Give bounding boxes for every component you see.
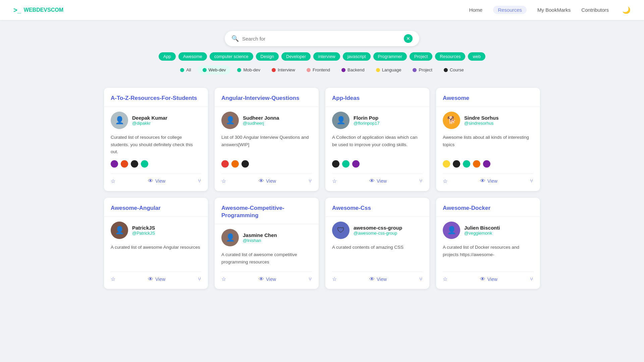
- filter-all[interactable]: All: [175, 65, 196, 74]
- author-handle[interactable]: @PatrickJS: [132, 231, 155, 236]
- language-dot: [352, 160, 360, 168]
- fork-icon: ⑂: [530, 178, 533, 184]
- star-button[interactable]: ☆: [111, 276, 115, 282]
- card-dots: [111, 160, 201, 168]
- card-title[interactable]: Awesome-Docker: [443, 204, 533, 212]
- dark-mode-toggle[interactable]: 🌙: [622, 6, 631, 14]
- filter-dot: [307, 68, 311, 72]
- nav-bookmarks[interactable]: My BookMarks: [537, 7, 571, 13]
- author-handle[interactable]: @sindresorhus: [464, 121, 499, 126]
- fork-button[interactable]: ⑂: [309, 276, 312, 282]
- fork-button[interactable]: ⑂: [309, 178, 312, 184]
- fork-button[interactable]: ⑂: [419, 276, 423, 282]
- language-dot: [141, 160, 148, 168]
- card-title[interactable]: Awesome: [443, 95, 533, 102]
- avatar: 👤: [111, 112, 128, 129]
- card-title[interactable]: Awesome-Angular: [111, 204, 201, 212]
- star-button[interactable]: ☆: [111, 178, 115, 184]
- tag-resources[interactable]: Resources: [435, 52, 465, 61]
- filter-frontend[interactable]: Frontend: [302, 65, 335, 74]
- card-4: Awesome-Angular👤PatrickJS@PatrickJSA cur…: [104, 198, 208, 289]
- tag-web[interactable]: web: [468, 52, 485, 61]
- star-icon: ☆: [332, 276, 337, 282]
- view-button[interactable]: 👁View: [480, 178, 497, 184]
- card-title[interactable]: Awesome-Css: [332, 204, 423, 212]
- fork-button[interactable]: ⑂: [530, 178, 533, 184]
- card-title[interactable]: A-To-Z-Resources-For-Students: [111, 95, 201, 102]
- author-handle[interactable]: @veggiemonk: [464, 231, 500, 236]
- tag-awesome[interactable]: Awesome: [178, 52, 207, 61]
- card-actions: ☆👁View⑂: [221, 174, 312, 184]
- filter-interview[interactable]: Interview: [267, 65, 300, 74]
- tag-project[interactable]: Project: [410, 52, 432, 61]
- card-actions: ☆👁View⑂: [332, 174, 423, 184]
- tag-interview[interactable]: interview: [313, 52, 340, 61]
- avatar: 🐕: [443, 112, 460, 129]
- fork-button[interactable]: ⑂: [198, 276, 201, 282]
- star-button[interactable]: ☆: [221, 276, 226, 282]
- star-button[interactable]: ☆: [332, 178, 337, 184]
- fork-button[interactable]: ⑂: [198, 178, 201, 184]
- card-title[interactable]: Awesome-Competitive-Programming: [221, 204, 312, 219]
- view-button[interactable]: 👁View: [259, 276, 276, 282]
- nav-contributors[interactable]: Contributors: [581, 7, 609, 13]
- filter-label: Mob-dev: [243, 67, 260, 72]
- nav-home[interactable]: Home: [469, 7, 482, 13]
- author-handle[interactable]: @awesome-css-group: [354, 231, 402, 236]
- fork-button[interactable]: ⑂: [419, 178, 423, 184]
- fork-button[interactable]: ⑂: [530, 276, 533, 282]
- view-button[interactable]: 👁View: [148, 178, 165, 184]
- card-actions: ☆👁View⑂: [443, 174, 533, 184]
- card-actions: ☆👁View⑂: [443, 272, 533, 282]
- card-title[interactable]: Angular-Interview-Questions: [221, 95, 312, 102]
- search-section: 🔍 ✕ AppAwesomecomputer scienceDesignDeve…: [0, 20, 644, 80]
- view-button[interactable]: 👁View: [148, 276, 165, 282]
- card-divider: [325, 217, 429, 217]
- language-dot: [473, 160, 480, 168]
- author-handle[interactable]: @florinpop17: [354, 121, 380, 126]
- filter-language[interactable]: Language: [371, 65, 406, 74]
- author-handle[interactable]: @lnishan: [243, 238, 277, 243]
- view-button[interactable]: 👁View: [259, 178, 276, 184]
- filter-label: Backend: [347, 67, 365, 72]
- author-handle[interactable]: @dipakkr: [132, 121, 167, 126]
- search-clear-button[interactable]: ✕: [404, 34, 413, 43]
- filter-dot: [376, 68, 380, 72]
- filter-row: AllWeb-devMob-devInterviewFrontendBacken…: [175, 65, 469, 74]
- view-button[interactable]: 👁View: [480, 276, 497, 282]
- tag-javascript[interactable]: javascript: [343, 52, 371, 61]
- filter-course[interactable]: Course: [439, 65, 469, 74]
- filter-mob-dev[interactable]: Mob-dev: [232, 65, 265, 74]
- filter-label: Course: [450, 67, 464, 72]
- view-button[interactable]: 👁View: [369, 178, 387, 184]
- star-button[interactable]: ☆: [221, 178, 226, 184]
- tag-design[interactable]: Design: [256, 52, 279, 61]
- tag-developer[interactable]: Developer: [281, 52, 311, 61]
- card-description: Curated list of resources for college st…: [111, 134, 201, 156]
- star-button[interactable]: ☆: [443, 276, 447, 282]
- card-description: A curated list of Docker resources and p…: [443, 244, 533, 265]
- filter-project[interactable]: Project: [408, 65, 437, 74]
- author-name: Florin Pop: [354, 115, 380, 121]
- filter-web-dev[interactable]: Web-dev: [198, 65, 231, 74]
- view-button[interactable]: 👁View: [369, 276, 387, 282]
- filter-backend[interactable]: Backend: [337, 65, 369, 74]
- tag-programmer[interactable]: Programmer: [373, 52, 407, 61]
- card-actions: ☆👁View⑂: [221, 272, 312, 282]
- tag-computer-science[interactable]: computer science: [210, 52, 253, 61]
- nav-resources[interactable]: Resources: [493, 6, 527, 14]
- search-input[interactable]: [242, 36, 400, 42]
- star-button[interactable]: ☆: [332, 276, 337, 282]
- brand-logo[interactable]: >_ WEBDEVSCOM: [13, 6, 63, 14]
- card-title[interactable]: App-Ideas: [332, 95, 423, 102]
- view-icon: 👁: [259, 178, 264, 184]
- language-dot: [121, 160, 128, 168]
- language-dot: [483, 160, 490, 168]
- tag-app[interactable]: App: [159, 52, 176, 61]
- star-button[interactable]: ☆: [443, 178, 447, 184]
- view-label: View: [155, 277, 165, 282]
- language-dot: [241, 160, 249, 168]
- author-name: Jasmine Chen: [243, 232, 277, 238]
- language-dot: [453, 160, 460, 168]
- author-handle[interactable]: @sudheerj: [243, 121, 279, 126]
